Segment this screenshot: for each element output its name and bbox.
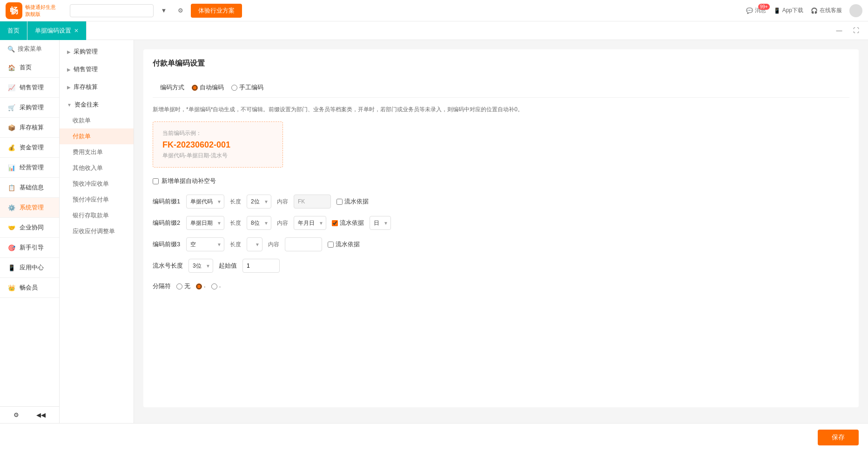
logo-text: 畅捷通好生意 旗舰版 (25, 4, 56, 17)
start-value-input[interactable] (242, 259, 280, 273)
sep-dot-radio[interactable] (196, 283, 202, 289)
serial2-checkbox-input[interactable] (332, 220, 338, 226)
dropdown-arrow[interactable]: ▼ (157, 4, 170, 17)
sep-none-option[interactable]: 无 (176, 282, 190, 290)
serial1-checkbox[interactable]: 流水依据 (336, 197, 369, 206)
search-input[interactable] (70, 4, 154, 17)
length3-label: 长度 (230, 241, 241, 249)
sidebar-item-guide[interactable]: 🎯 新手引导 (0, 238, 59, 258)
manual-coding-option[interactable]: 手工编码 (231, 83, 263, 92)
auto-fill-checkbox[interactable] (153, 178, 159, 184)
section-header-sales[interactable]: ▶ 销售管理 (60, 61, 134, 77)
code-preview-box: 当前编码示例： FK-20230602-001 单据代码-单据日期-流水号 (153, 121, 283, 168)
sidebar-collapse-btn[interactable]: ◀◀ (36, 411, 46, 418)
section-header-inventory[interactable]: ▶ 库存核算 (60, 79, 134, 95)
tab-document-code[interactable]: 单据编码设置 ✕ (27, 21, 87, 40)
length3-select-wrapper: ▼ (247, 237, 262, 251)
message-badge: 99+ (758, 4, 770, 10)
serial2-checkbox[interactable]: 流水依据 (332, 219, 364, 227)
length2-label: 长度 (230, 219, 241, 227)
online-service-icon: 🎧 (811, 7, 818, 14)
serial2-unit-select[interactable]: 日 月 年 (370, 216, 391, 230)
settings-icon[interactable]: ⚙ (174, 4, 187, 17)
sidebar-item-member[interactable]: 👑 畅会员 (0, 278, 59, 298)
user-avatar[interactable] (849, 4, 862, 17)
prefix1-row: 编码前缀1 单据代码 单据日期 空 ▼ 长度 2位 4位 ▼ (153, 195, 849, 209)
section-header-finance-flow[interactable]: ▼ 资金往来 (60, 97, 134, 113)
sidebar-item-app[interactable]: 📱 应用中心 (0, 258, 59, 278)
code-preview-label: 当前编码示例： (162, 129, 273, 137)
sidebar2-item-other-income[interactable]: 其他收入单 (60, 160, 134, 176)
length1-label: 长度 (230, 198, 241, 206)
prefix3-row: 编码前缀3 单据代码 单据日期 空 ▼ 长度 ▼ 内容 (153, 237, 849, 251)
prefix2-select[interactable]: 单据代码 单据日期 空 (186, 216, 224, 230)
arrow-right-icon2: ▶ (67, 67, 71, 72)
manual-coding-radio[interactable] (231, 85, 237, 91)
sidebar2-item-bank-deposit[interactable]: 银行存取款单 (60, 208, 134, 223)
sales-icon: 📈 (7, 83, 16, 92)
sidebar-item-operation[interactable]: 📊 经营管理 (0, 158, 59, 178)
app-download-btn[interactable]: 📱 App下载 (774, 7, 803, 14)
inventory-icon: 📦 (7, 123, 16, 132)
prefix3-select[interactable]: 单据代码 单据日期 空 (186, 237, 224, 251)
auto-coding-option[interactable]: 自动编码 (192, 83, 224, 92)
length2-select-wrapper: 8位 6位 ▼ (247, 216, 271, 230)
minimize-btn[interactable]: — (833, 24, 846, 37)
sidebar-item-finance[interactable]: 💰 资金管理 (0, 138, 59, 158)
save-button[interactable]: 保存 (818, 430, 859, 445)
sep-dash-radio[interactable] (211, 283, 217, 289)
length3-select[interactable] (247, 237, 262, 251)
separator-radio-group: 无 · · (176, 282, 221, 290)
bottom-bar: 保存 (0, 423, 868, 451)
message-btn[interactable]: 💬 消息 99+ (746, 7, 766, 14)
arrow-right-icon: ▶ (67, 49, 71, 54)
sep-dash-option[interactable]: · (211, 283, 221, 290)
separator-label: 分隔符 (153, 282, 171, 290)
tab-close-icon[interactable]: ✕ (74, 27, 79, 34)
sidebar2-item-expense[interactable]: 费用支出单 (60, 144, 134, 160)
online-service-btn[interactable]: 🎧 在线客服 (811, 7, 842, 14)
prefix1-select[interactable]: 单据代码 单据日期 空 (186, 195, 224, 209)
topbar-center: ▼ ⚙ 体验行业方案 (70, 4, 741, 18)
sep-none-radio[interactable] (176, 283, 182, 289)
enterprise-icon: 🤝 (7, 223, 16, 232)
length1-select[interactable]: 2位 4位 (247, 195, 271, 209)
section-inventory: ▶ 库存核算 (60, 79, 134, 95)
sidebar-item-inventory[interactable]: 📦 库存核算 (0, 118, 59, 138)
sidebar-settings-btn[interactable]: ⚙ (13, 411, 19, 418)
sidebar-item-enterprise[interactable]: 🤝 企业协同 (0, 218, 59, 238)
section-header-purchase[interactable]: ▶ 采购管理 (60, 44, 134, 60)
serial3-checkbox[interactable]: 流水依据 (328, 240, 360, 249)
experience-btn[interactable]: 体验行业方案 (191, 4, 242, 18)
prefix3-label: 编码前缀3 (153, 240, 181, 249)
sidebar-footer: ⚙ ◀◀ (0, 406, 59, 423)
start-value-label: 起始值 (219, 262, 237, 270)
serial-length-select[interactable]: 3位 4位 5位 (188, 259, 213, 273)
content2-select[interactable]: 年月日 年月 年 (294, 216, 326, 230)
sep-dot-option[interactable]: · (196, 283, 206, 290)
operation-icon: 📊 (7, 163, 16, 172)
auto-coding-radio[interactable] (192, 85, 198, 91)
sidebar-item-purchase[interactable]: 🛒 采购管理 (0, 98, 59, 118)
sidebar2-item-payment[interactable]: 付款单 (60, 128, 134, 144)
sidebar2-item-ar-ap-adjust[interactable]: 应收应付调整单 (60, 223, 134, 239)
sidebar2-item-receipt[interactable]: 收款单 (60, 113, 134, 128)
sidebar-item-home[interactable]: 🏠 首页 (0, 58, 59, 78)
sidebar-item-basic[interactable]: 📋 基础信息 (0, 178, 59, 198)
guide-icon: 🎯 (7, 243, 16, 252)
serial3-checkbox-input[interactable] (328, 242, 334, 248)
prefix2-select-wrapper: 单据代码 单据日期 空 ▼ (186, 216, 224, 230)
serial1-checkbox-input[interactable] (336, 199, 343, 205)
maximize-btn[interactable]: ⛶ (849, 24, 862, 37)
arrow-right-icon3: ▶ (67, 85, 71, 90)
length2-select[interactable]: 8位 6位 (247, 216, 271, 230)
purchase-icon: 🛒 (7, 103, 16, 112)
serial2-unit-wrapper: 日 月 年 ▼ (370, 216, 391, 230)
content3-value (285, 237, 322, 251)
sidebar-item-system[interactable]: ⚙️ 系统管理 (0, 198, 59, 218)
sidebar-item-sales[interactable]: 📈 销售管理 (0, 78, 59, 98)
sidebar-search[interactable]: 🔍 搜索菜单 (0, 40, 59, 58)
sidebar2-item-advance-offset[interactable]: 预付冲应付单 (60, 192, 134, 208)
sidebar2-item-prepay-offset[interactable]: 预收冲应收单 (60, 176, 134, 192)
tab-home[interactable]: 首页 (0, 21, 27, 40)
